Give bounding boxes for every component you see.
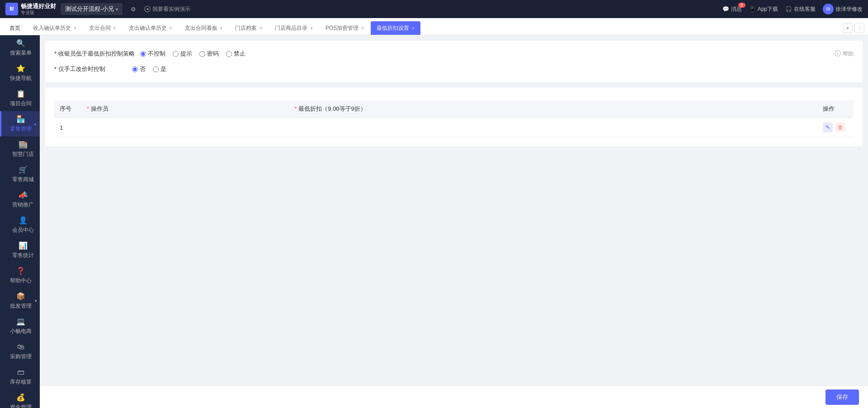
radio-password-input[interactable] bbox=[199, 51, 205, 57]
user-menu[interactable]: 徐 徐泽华修改 bbox=[823, 4, 863, 14]
close-tab-min-discount-icon[interactable]: × bbox=[412, 26, 415, 31]
close-tab-button[interactable]: × bbox=[843, 23, 853, 33]
col-header-discount: * 最低折扣（9.00等于9折） bbox=[289, 100, 817, 118]
radio-manual-no[interactable]: 否 bbox=[132, 65, 146, 73]
tab-payment-contract-board-label: 支出合同看板 bbox=[185, 24, 217, 32]
tab-payment-confirm-history[interactable]: 支出确认单历史 × bbox=[123, 21, 178, 35]
page-content: ⓘ 帮助 * 收银员低于最低折扣控制策略 不控制 提示 bbox=[40, 35, 868, 385]
download-icon: 📱 bbox=[749, 6, 756, 12]
close-tab-pos-password-icon[interactable]: × bbox=[361, 26, 364, 31]
close-tab-store-product-catalog-icon[interactable]: × bbox=[310, 26, 313, 31]
more-tabs-button[interactable]: ⋮ bbox=[854, 23, 864, 33]
sidebar-item-shortcut[interactable]: ⭐ 快捷导航 bbox=[0, 61, 40, 86]
radio-no-control-input[interactable] bbox=[140, 51, 146, 57]
sidebar-item-marketing[interactable]: 📣 营销推广 bbox=[0, 187, 40, 212]
message-button[interactable]: 💬 消息 9 bbox=[722, 5, 742, 13]
sidebar-item-finance-label: 资金管理 bbox=[10, 403, 32, 408]
table-wrapper: 序号 * 操作员 * 最低折扣（9.00等于9折） bbox=[54, 97, 854, 137]
logo-area: 财 畅捷通好业财 专业版 bbox=[5, 3, 56, 15]
sidebar-item-online-store[interactable]: 🛒 零售商城 bbox=[0, 162, 40, 187]
customer-service-label: 在线客服 bbox=[794, 5, 816, 13]
help-icon: ❓ bbox=[16, 267, 25, 275]
settings-button[interactable]: ⚙ bbox=[127, 3, 140, 15]
sidebar-item-finance[interactable]: 💰 资金管理 bbox=[0, 389, 40, 408]
radio-remind[interactable]: 提示 bbox=[173, 50, 192, 58]
close-tab-income-history-icon[interactable]: × bbox=[74, 26, 76, 31]
close-tab-payment-contract-icon[interactable]: × bbox=[113, 26, 116, 31]
retail-icon: 🏪 bbox=[16, 115, 25, 123]
radio-manual-yes[interactable]: 是 bbox=[153, 65, 166, 73]
sidebar-item-retail-stats-label: 零售统计 bbox=[12, 252, 34, 259]
sidebar-item-ecommerce[interactable]: 💻 小畅电商 bbox=[0, 314, 40, 339]
tab-store-archive[interactable]: 门店档案 × bbox=[229, 21, 268, 35]
tab-payment-contract-board[interactable]: 支出合同看板 × bbox=[179, 21, 229, 35]
tab-min-discount[interactable]: 最低折扣设置 × bbox=[371, 21, 420, 35]
demo-link[interactable]: ● 我要看实例演示 bbox=[144, 5, 190, 13]
sidebar-item-inventory[interactable]: 🗃 库存核算 bbox=[0, 364, 40, 389]
edit-row-button[interactable]: ✎ bbox=[823, 122, 833, 132]
sidebar-item-project-contract[interactable]: 📋 项目合同 bbox=[0, 86, 40, 111]
chevron-down-icon: ▾ bbox=[35, 299, 37, 303]
sidebar-item-search-label: 搜索菜单 bbox=[10, 49, 32, 57]
sidebar-item-search[interactable]: 🔍 搜索菜单 bbox=[0, 35, 40, 61]
tab-store-product-catalog[interactable]: 门店商品目录 × bbox=[269, 21, 319, 35]
sidebar-item-shortcut-label: 快捷导航 bbox=[10, 75, 32, 82]
sidebar-item-purchase[interactable]: 🛍 采购管理 bbox=[0, 339, 40, 364]
save-button[interactable]: 保存 bbox=[826, 389, 859, 405]
tab-payment-contract-label: 支出合同 bbox=[89, 24, 111, 32]
tab-min-discount-label: 最低折扣设置 bbox=[377, 24, 409, 32]
sidebar-item-wholesale[interactable]: 📦 批发管理 ▾ bbox=[0, 288, 40, 314]
sidebar-item-member-center-label: 会员中心 bbox=[12, 226, 34, 234]
discount-table: 序号 * 操作员 * 最低折扣（9.00等于9折） bbox=[54, 100, 854, 137]
sidebar-item-help-center[interactable]: ❓ 帮助中心 bbox=[0, 263, 40, 288]
discount-table-card: 序号 * 操作员 * 最低折扣（9.00等于9折） bbox=[45, 88, 863, 146]
tab-income-history[interactable]: 收入确认单历史 × bbox=[27, 21, 82, 35]
close-tab-payment-confirm-history-icon[interactable]: × bbox=[170, 26, 172, 31]
contract-icon: 📋 bbox=[16, 89, 25, 98]
sidebar-item-wholesale-label: 批发管理 bbox=[10, 302, 32, 310]
sidebar-item-inventory-label: 库存核算 bbox=[10, 378, 32, 386]
workspace-selector[interactable]: 测试分开流程-小兄 ▾ bbox=[61, 3, 123, 15]
required-star-discount: * bbox=[295, 105, 297, 112]
manual-price-label: * 仅手工改价时控制 bbox=[54, 65, 127, 73]
sidebar-item-smart-store[interactable]: 🏬 智慧门店 bbox=[0, 136, 40, 162]
close-tab-payment-contract-board-icon[interactable]: × bbox=[220, 26, 223, 31]
app-download-button[interactable]: 📱 App下载 bbox=[749, 5, 778, 13]
tab-controls: × ⋮ bbox=[843, 23, 864, 35]
bottom-bar: 保存 bbox=[40, 385, 868, 408]
app-name: 畅捷通好业财 bbox=[21, 3, 56, 10]
tab-payment-confirm-history-label: 支出确认单历史 bbox=[129, 24, 167, 32]
radio-forbid[interactable]: 禁止 bbox=[226, 50, 245, 58]
cell-discount bbox=[289, 118, 817, 137]
radio-forbid-input[interactable] bbox=[226, 51, 232, 57]
sidebar-item-member-center[interactable]: 👤 会员中心 bbox=[0, 212, 40, 238]
demo-link-label: 我要看实例演示 bbox=[152, 5, 190, 13]
sidebar-item-retail-stats[interactable]: 📊 零售统计 bbox=[0, 238, 40, 263]
help-button[interactable]: ⓘ 帮助 bbox=[835, 50, 854, 58]
chevron-up-icon: ▲ bbox=[33, 122, 37, 126]
workspace-name: 测试分开流程-小兄 bbox=[65, 5, 114, 13]
online-store-icon: 🛒 bbox=[19, 165, 28, 174]
radio-forbid-label: 禁止 bbox=[234, 50, 245, 58]
tab-pos-password[interactable]: POS加密管理 × bbox=[320, 21, 370, 35]
user-name: 徐泽华修改 bbox=[835, 5, 863, 13]
control-strategy-radio-group: 不控制 提示 密码 禁 bbox=[140, 50, 245, 58]
close-tab-store-archive-icon[interactable]: × bbox=[259, 26, 262, 31]
sidebar-item-retail-management[interactable]: 🏪 零售管理 ▲ bbox=[0, 111, 40, 136]
tab-home[interactable]: 首页 bbox=[4, 21, 26, 35]
radio-remind-input[interactable] bbox=[173, 51, 179, 57]
avatar: 徐 bbox=[823, 4, 834, 14]
required-star: * bbox=[87, 105, 89, 112]
radio-no-control[interactable]: 不控制 bbox=[140, 50, 165, 58]
customer-service-button[interactable]: 🎧 在线客服 bbox=[785, 5, 816, 13]
radio-password[interactable]: 密码 bbox=[199, 50, 219, 58]
radio-manual-no-input[interactable] bbox=[132, 66, 138, 72]
message-icon: 💬 bbox=[722, 6, 729, 12]
radio-manual-yes-input[interactable] bbox=[153, 66, 159, 72]
table-header-row: 序号 * 操作员 * 最低折扣（9.00等于9折） bbox=[54, 100, 854, 118]
delete-row-button[interactable]: 🗑 bbox=[835, 122, 845, 132]
finance-icon: 💰 bbox=[16, 393, 25, 402]
table-row: 1 ✎ 🗑 bbox=[54, 118, 854, 137]
tab-bar: 首页 收入确认单历史 × 支出合同 × 支出确认单历史 × 支出合同看板 × 门… bbox=[0, 18, 868, 35]
tab-payment-contract[interactable]: 支出合同 × bbox=[83, 21, 122, 35]
